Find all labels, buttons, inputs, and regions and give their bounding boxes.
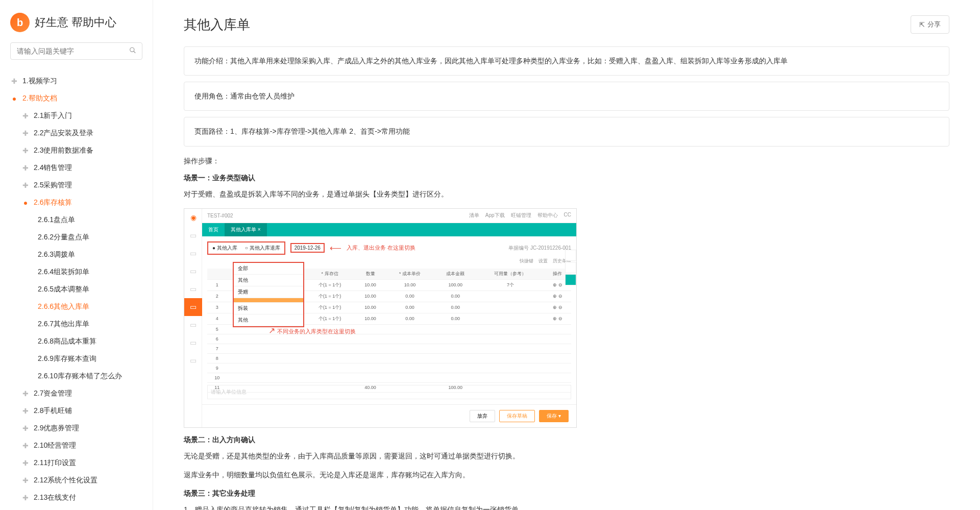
nav-2-9[interactable]: ✚2.9优惠券管理 bbox=[10, 420, 142, 437]
plus-icon: ✚ bbox=[21, 181, 30, 189]
plus-icon: ✚ bbox=[10, 77, 18, 85]
plus-icon: ✚ bbox=[21, 147, 30, 155]
nav-label: 2.2产品安装及登录 bbox=[34, 129, 93, 138]
nav-label: 1.视频学习 bbox=[22, 77, 57, 86]
plus-icon: ✚ bbox=[21, 476, 30, 484]
nav-2-2[interactable]: ✚2.2产品安装及登录 bbox=[10, 125, 142, 142]
ss-th: 可用量（参考） bbox=[477, 269, 544, 280]
nav-docs[interactable]: ●2.帮助文档 bbox=[10, 90, 142, 107]
nav-2-6-3[interactable]: 2.6.3调拨单 bbox=[10, 246, 142, 263]
ss-dd-item: 其他 bbox=[234, 314, 303, 326]
nav-2-8[interactable]: ✚2.8手机旺铺 bbox=[10, 402, 142, 420]
ss-tab-home: 首页 bbox=[202, 223, 225, 236]
ss-icon: ▭ bbox=[184, 334, 202, 352]
ss-tab-current: 其他入库单 × bbox=[225, 223, 267, 236]
nav-2-11[interactable]: ✚2.11打印设置 bbox=[10, 454, 142, 472]
ss-sidebar: ◉ ▭ ▭ ▭ ▭ ▭ ▭ ▭ ▭ bbox=[184, 209, 202, 427]
ss-note2: 不同业务的入库类型在这里切换 bbox=[277, 328, 356, 334]
search-box bbox=[10, 42, 142, 60]
nav-label: 2.13在线支付 bbox=[34, 493, 76, 502]
nav-2-6-10[interactable]: 2.6.10库存账本错了怎么办 bbox=[10, 368, 142, 385]
nav-2-4[interactable]: ✚2.4销售管理 bbox=[10, 159, 142, 177]
ss-top-link: CC bbox=[564, 212, 571, 219]
nav-video[interactable]: ✚1.视频学习 bbox=[10, 72, 142, 90]
plus-icon: ✚ bbox=[21, 407, 30, 415]
nav-2-6-5[interactable]: 2.6.5成本调整单 bbox=[10, 281, 142, 298]
ss-icon: ▭ bbox=[184, 280, 202, 298]
nav-label: 2.6.2分量盘点单 bbox=[38, 233, 89, 242]
intro-box: 功能介绍：其他入库单用来处理除采购入库、产成品入库之外的其他入库业务，因此其他入… bbox=[184, 46, 949, 76]
role-label: 使用角色： bbox=[194, 92, 230, 100]
nav-2-6-7[interactable]: 2.6.7其他出库单 bbox=[10, 315, 142, 333]
nav-label: 2.6.10库存账本错了怎么办 bbox=[38, 372, 122, 381]
nav-2-6-9[interactable]: 2.6.9库存账本查询 bbox=[10, 350, 142, 368]
ss-top-link: 帮助中心 bbox=[537, 212, 558, 219]
table-row: 9 bbox=[207, 363, 571, 373]
nav-label: 2.6.1盘点单 bbox=[38, 215, 75, 225]
nav-label: 2.6.6其他入库单 bbox=[38, 302, 89, 311]
ss-dropdown: 全部 其他 受赠 拆装 其他 bbox=[233, 262, 304, 327]
ss-tabs: 首页 其他入库单 × bbox=[202, 223, 576, 236]
nav-label: 2.12系统个性化设置 bbox=[34, 476, 97, 485]
ss-th: * 成本单价 bbox=[386, 269, 434, 280]
nav-2-1[interactable]: ✚2.1新手入门 bbox=[10, 107, 142, 125]
nav-2-6-8[interactable]: 2.6.8商品成本重算 bbox=[10, 333, 142, 350]
ss-radio2: ○ 其他入库退库 bbox=[245, 245, 280, 252]
share-label: 分享 bbox=[927, 20, 941, 29]
embedded-screenshot: ◉ ▭ ▭ ▭ ▭ ▭ ▭ ▭ ▭ TEST-#002 清单 App下载 旺铺管… bbox=[184, 208, 577, 428]
logo-icon: b bbox=[10, 13, 30, 32]
ss-save-btn: 保存 ▾ bbox=[539, 410, 569, 422]
page-header: 其他入库单 ⇱ 分享 bbox=[184, 15, 949, 34]
nav-2-3[interactable]: ✚2.3使用前数据准备 bbox=[10, 142, 142, 159]
nav-label: 2.帮助文档 bbox=[22, 94, 57, 103]
nav-label: 2.4销售管理 bbox=[34, 163, 72, 173]
ss-th: 数量 bbox=[355, 269, 385, 280]
ss-icon: ▭ bbox=[184, 352, 202, 370]
nav-2-12[interactable]: ✚2.12系统个性化设置 bbox=[10, 472, 142, 489]
svg-line-1 bbox=[134, 51, 136, 53]
ss-dd-item: 其他 bbox=[234, 275, 303, 286]
ss-radio1: ● 其他入库 bbox=[212, 245, 237, 252]
scene2-text1: 无论是受赠，还是其他类型的业务，由于入库商品质量等原因，需要退回，这时可通过单据… bbox=[184, 450, 949, 463]
table-row: 8 bbox=[207, 353, 571, 363]
path-label: 页面路径： bbox=[194, 127, 230, 135]
ss-cancel-btn: 放弃 bbox=[470, 410, 495, 422]
nav-2-10[interactable]: ✚2.10经营管理 bbox=[10, 437, 142, 454]
role-box: 使用角色：通常由仓管人员维护 bbox=[184, 82, 949, 111]
nav-label: 2.6.4组装拆卸单 bbox=[38, 268, 89, 277]
nav-2-14[interactable]: ✚2.14常见问题 bbox=[10, 506, 142, 510]
ss-tool-link: 设置 bbox=[538, 258, 548, 264]
nav-label: 2.7资金管理 bbox=[34, 389, 72, 398]
ss-tool-icon bbox=[565, 250, 576, 261]
svg-point-0 bbox=[130, 47, 134, 52]
nav-2-5[interactable]: ✚2.5采购管理 bbox=[10, 177, 142, 194]
nav-2-6-6[interactable]: 2.6.6其他入库单 bbox=[10, 298, 142, 315]
nav-2-7[interactable]: ✚2.7资金管理 bbox=[10, 385, 142, 402]
nav-label: 2.5采购管理 bbox=[34, 181, 72, 190]
share-button[interactable]: ⇱ 分享 bbox=[911, 15, 949, 34]
nav-2-13[interactable]: ✚2.13在线支付 bbox=[10, 489, 142, 506]
nav-2-6-1[interactable]: 2.6.1盘点单 bbox=[10, 211, 142, 229]
search-icon[interactable] bbox=[129, 47, 136, 56]
plus-icon: ✚ bbox=[21, 164, 30, 172]
ss-dd-item: 受赠 bbox=[234, 286, 303, 298]
ss-top-link: 清单 bbox=[469, 212, 479, 219]
nav-2-6[interactable]: ●2.6库存核算 bbox=[10, 194, 142, 211]
nav-label: 2.3使用前数据准备 bbox=[34, 146, 93, 155]
table-row: 10 bbox=[207, 373, 571, 382]
brand-title: 好生意 帮助中心 bbox=[35, 15, 116, 30]
search-input[interactable] bbox=[10, 42, 142, 60]
nav-2-6-4[interactable]: 2.6.4组装拆卸单 bbox=[10, 263, 142, 281]
minus-icon: ● bbox=[10, 94, 18, 103]
steps-label: 操作步骤： bbox=[184, 157, 949, 166]
nav-label: 2.9优惠券管理 bbox=[34, 424, 79, 433]
brand-row: b 好生意 帮助中心 bbox=[10, 13, 142, 32]
plus-icon: ✚ bbox=[21, 494, 30, 502]
path-text: 1、库存核算->库存管理->其他入库单 2、首页->常用功能 bbox=[230, 127, 410, 135]
path-box: 页面路径：1、库存核算->库存管理->其他入库单 2、首页->常用功能 bbox=[184, 117, 949, 146]
ss-right-tools bbox=[565, 250, 576, 286]
main-content: 其他入库单 ⇱ 分享 功能介绍：其他入库单用来处理除采购入库、产成品入库之外的其… bbox=[153, 0, 980, 510]
nav-2-6-2[interactable]: 2.6.2分量盘点单 bbox=[10, 229, 142, 246]
plus-icon: ✚ bbox=[21, 112, 30, 120]
ss-icon-active: ▭ bbox=[184, 298, 202, 316]
